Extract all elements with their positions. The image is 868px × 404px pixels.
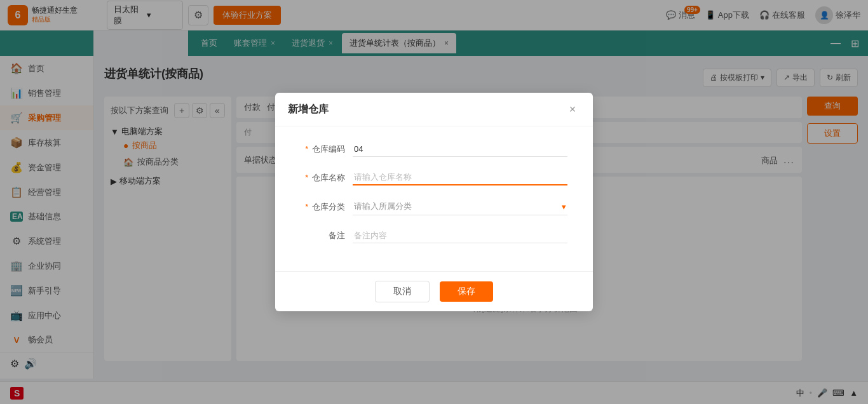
form-row-remark: 备注 [301,228,567,243]
cancel-button[interactable]: 取消 [375,281,430,302]
modal-body: * 仓库编码 * 仓库名称 * 仓库分类 请输入所属 [275,126,593,271]
remark-input[interactable] [353,228,567,243]
form-row-category: * 仓库分类 请输入所属分类 ▾ [301,198,567,215]
form-row-code: * 仓库编码 [301,142,567,157]
name-input[interactable] [353,170,567,185]
modal-title: 新增仓库 [288,103,329,116]
category-placeholder: 请输入所属分类 [354,201,412,212]
name-label: * 仓库名称 [301,172,345,184]
code-input[interactable] [353,142,567,157]
modal-close-button[interactable]: × [565,102,580,117]
category-select[interactable]: 请输入所属分类 ▾ [353,198,567,215]
save-button[interactable]: 保存 [440,281,493,302]
warehouse-modal: 新增仓库 × * 仓库编码 * 仓库名称 [275,93,593,311]
modal-footer: 取消 保存 [275,271,593,311]
form-row-name: * 仓库名称 [301,170,567,185]
modal-header: 新增仓库 × [275,93,593,126]
modal-overlay[interactable]: 新增仓库 × * 仓库编码 * 仓库名称 [0,0,868,379]
category-label: * 仓库分类 [301,201,345,213]
category-chevron-icon: ▾ [562,202,566,212]
code-label: * 仓库编码 [301,144,345,155]
remark-label: 备注 [301,230,345,241]
